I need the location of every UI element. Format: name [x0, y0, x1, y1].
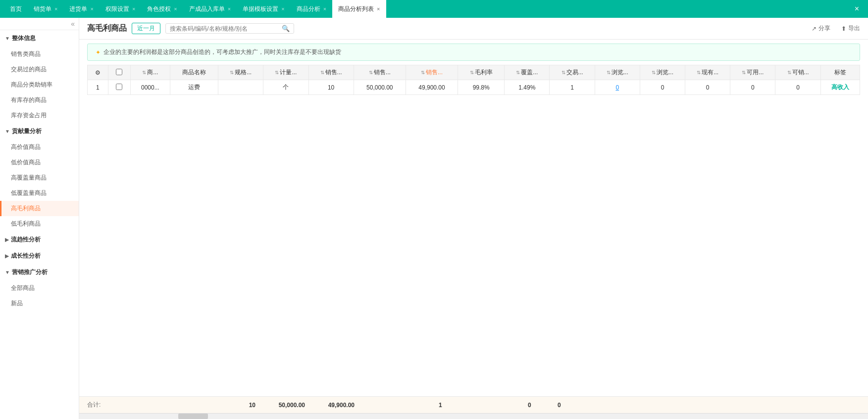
sidebar-item-low-value[interactable]: 低价值商品	[0, 155, 79, 170]
col-settings[interactable]: ⚙	[88, 65, 108, 80]
col-checkbox[interactable]	[108, 65, 130, 80]
sidebar-collapse-btn[interactable]: «	[71, 20, 75, 28]
sidebar-group-growth[interactable]: ▶ 成长性分析	[0, 248, 79, 264]
close-icon[interactable]: ×	[281, 6, 284, 12]
footer-cell-sales1: 10	[237, 402, 267, 409]
sidebar-item-high-coverage[interactable]: 高覆盖量商品	[0, 170, 79, 186]
nav-purchase-order[interactable]: 进货单 ×	[63, 0, 99, 18]
footer-cell-available: 0	[514, 402, 544, 409]
share-icon: ↗	[812, 25, 817, 32]
tip-banner: ✦ 企业的主要的利润都是这部分商品创造的，可考虑加大推广，同时关注库存是不要出现…	[87, 44, 860, 61]
sidebar-group-trend[interactable]: ▶ 流趋性分析	[0, 232, 79, 248]
nav-product-inbound[interactable]: 产成品入库单 ×	[183, 0, 237, 18]
cell-checkbox[interactable]	[108, 80, 130, 95]
footer-cell-sales3: 49,900.00	[316, 402, 366, 409]
col-name: 商品名称	[170, 65, 218, 80]
search-input[interactable]	[170, 25, 282, 32]
close-icon[interactable]: ×	[323, 6, 326, 12]
content-area: 高毛利商品 近一月 🔍 ↗ 分享 ⬆ 导出 ✦ 企业的主要的利润都是这部分商品创…	[79, 18, 868, 419]
main-layout: « ▼ 整体信息 销售类商品 交易过的商品 商品分类助销率 有库存的商品 库存资…	[0, 18, 868, 419]
cell-code: 0000...	[130, 80, 170, 95]
sidebar-item-all-goods[interactable]: 全部商品	[0, 280, 79, 296]
export-icon: ⬆	[841, 25, 846, 32]
share-button[interactable]: ↗ 分享	[812, 24, 830, 33]
sidebar-item-low-coverage[interactable]: 低覆盖量商品	[0, 186, 79, 201]
nav-home[interactable]: 首页	[4, 0, 28, 18]
sidebar-group-overall[interactable]: ▼ 整体信息	[0, 30, 79, 47]
cell-sales3: 49,900.00	[406, 80, 458, 95]
nav-product-analysis-list[interactable]: 商品分析列表 ×	[332, 0, 386, 18]
search-icon[interactable]: 🔍	[282, 25, 290, 32]
nav-product-analysis[interactable]: 商品分析 ×	[291, 0, 332, 18]
col-sales3[interactable]: ⇅销售...	[406, 65, 458, 80]
sidebar-item-low-margin[interactable]: 低毛利商品	[0, 216, 79, 232]
footer-cell-sales2: 50,000.00	[267, 402, 316, 409]
nav-role-auth[interactable]: 角色授权 ×	[141, 0, 183, 18]
cell-tag: 高收入	[820, 80, 860, 95]
col-browse1[interactable]: ⇅浏览...	[595, 65, 640, 80]
sidebar-item-traded-goods[interactable]: 交易过的商品	[0, 62, 79, 77]
col-available[interactable]: ⇅可用...	[730, 65, 775, 80]
cell-index: 1	[88, 80, 108, 95]
col-browse2[interactable]: ⇅浏览...	[640, 65, 685, 80]
col-sellable[interactable]: ⇅可销...	[775, 65, 820, 80]
close-icon[interactable]: ×	[132, 6, 135, 12]
sidebar-group-contribution[interactable]: ▼ 贡献量分析	[0, 123, 79, 140]
sidebar-group-marketing[interactable]: ▼ 营销推广分析	[0, 264, 79, 280]
cell-sales2: 50,000.00	[354, 80, 406, 95]
cell-spec	[218, 80, 263, 95]
sidebar-item-high-margin[interactable]: 高毛利商品	[0, 201, 79, 216]
close-icon[interactable]: ×	[54, 6, 57, 12]
period-button[interactable]: 近一月	[132, 23, 160, 34]
cell-transactions: 1	[550, 80, 595, 95]
cell-unit: 个	[263, 80, 308, 95]
col-spec[interactable]: ⇅规格...	[218, 65, 263, 80]
horizontal-scrollbar[interactable]	[79, 413, 868, 419]
export-button[interactable]: ⬆ 导出	[841, 24, 860, 33]
footer-bar: 合计: 10 50,000.00 49,900.00 1 0 0	[79, 396, 868, 413]
footer-label: 合计:	[87, 401, 101, 409]
sidebar-item-in-stock-goods[interactable]: 有库存的商品	[0, 93, 79, 108]
page-title: 高毛利商品	[87, 23, 127, 34]
col-sales1[interactable]: ⇅销售...	[308, 65, 354, 80]
top-nav: 首页 销货单 × 进货单 × 权限设置 × 角色授权 × 产成品入库单 × 单据…	[0, 0, 868, 18]
chevron-down-icon: ▼	[5, 36, 10, 41]
cell-sellable: 0	[775, 80, 820, 95]
window-close-button[interactable]: ×	[850, 4, 864, 13]
col-sales2[interactable]: ⇅销售...	[354, 65, 406, 80]
col-tag: 标签	[820, 65, 860, 80]
col-transactions[interactable]: ⇅交易...	[550, 65, 595, 80]
sidebar: « ▼ 整体信息 销售类商品 交易过的商品 商品分类助销率 有库存的商品 库存资…	[0, 18, 79, 419]
close-icon[interactable]: ×	[90, 6, 93, 12]
nav-permission-settings[interactable]: 权限设置 ×	[100, 0, 141, 18]
footer-cell-transactions: 1	[425, 402, 455, 409]
nav-sales-order[interactable]: 销货单 ×	[28, 0, 63, 18]
sidebar-item-category-sales-rate[interactable]: 商品分类助销率	[0, 77, 79, 93]
footer-cell-sellable: 0	[544, 402, 574, 409]
col-current[interactable]: ⇅现有...	[685, 65, 730, 80]
sidebar-item-sales-goods[interactable]: 销售类商品	[0, 47, 79, 62]
nav-template-settings[interactable]: 单据模板设置 ×	[237, 0, 290, 18]
select-all-checkbox[interactable]	[116, 69, 122, 75]
tip-icon: ✦	[96, 49, 101, 56]
col-margin[interactable]: ⇅毛利率	[458, 65, 505, 80]
sidebar-item-new-goods[interactable]: 新品	[0, 296, 79, 311]
search-box: 🔍	[165, 23, 294, 34]
table-header-row: ⚙ ⇅商... 商品名称 ⇅规格... ⇅计量... ⇅销售... ⇅销售...…	[88, 65, 860, 80]
col-unit[interactable]: ⇅计量...	[263, 65, 308, 80]
col-code[interactable]: ⇅商...	[130, 65, 170, 80]
cell-browse1[interactable]: 0	[595, 80, 640, 95]
table-container[interactable]: ⚙ ⇅商... 商品名称 ⇅规格... ⇅计量... ⇅销售... ⇅销售...…	[79, 65, 868, 396]
table-row: 1 0000... 运费 个 10 50,000.00 49,900.00 99…	[88, 80, 860, 95]
close-icon[interactable]: ×	[377, 6, 380, 12]
cell-browse2: 0	[640, 80, 685, 95]
chevron-down-icon: ▼	[5, 129, 10, 134]
sidebar-item-inventory-capital[interactable]: 库存资金占用	[0, 108, 79, 123]
close-icon[interactable]: ×	[228, 6, 231, 12]
row-checkbox[interactable]	[116, 84, 122, 90]
content-header: 高毛利商品 近一月 🔍 ↗ 分享 ⬆ 导出	[79, 18, 868, 40]
close-icon[interactable]: ×	[174, 6, 177, 12]
cell-coverage: 1.49%	[505, 80, 550, 95]
sidebar-item-high-value[interactable]: 高价值商品	[0, 140, 79, 155]
col-coverage[interactable]: ⇅覆盖...	[505, 65, 550, 80]
